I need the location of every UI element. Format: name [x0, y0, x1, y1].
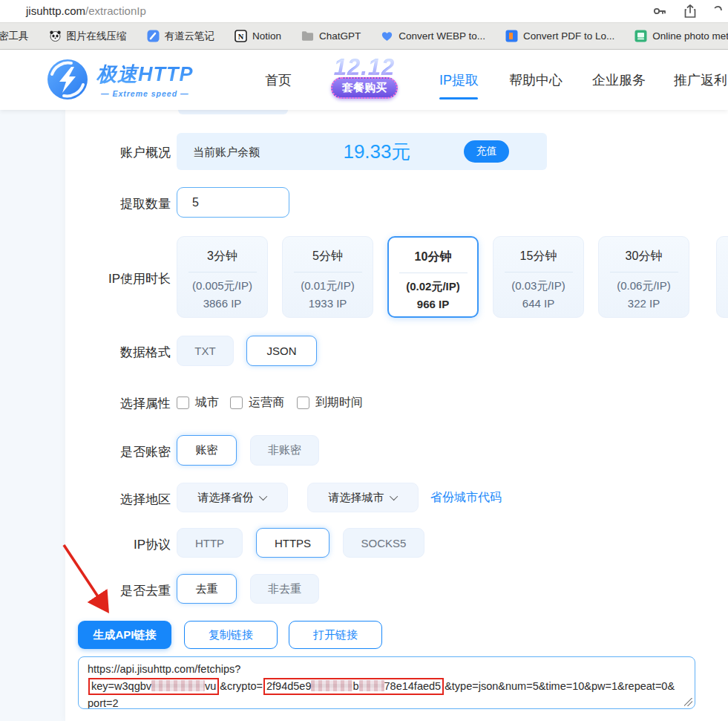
checkbox-label: 城市: [195, 395, 219, 411]
duration-name: 30分钟: [599, 249, 689, 264]
lightning-logo-icon: [46, 58, 89, 101]
bookmark-item[interactable]: Convert WEBP to...: [381, 30, 485, 42]
key-icon[interactable]: [652, 4, 667, 19]
format-option-txt[interactable]: TXT: [177, 336, 234, 366]
photo-meta-icon: [634, 30, 647, 42]
dedup-option-yes-selected[interactable]: 去重: [177, 574, 237, 604]
panda-icon: [49, 30, 62, 42]
bookmark-item[interactable]: 图片在线压缩: [49, 30, 127, 43]
dedup-option-no[interactable]: 非去重: [250, 574, 319, 604]
duration-card-3min[interactable]: 3分钟 (0.005元/IP) 3866 IP: [177, 236, 268, 318]
nav-enterprise[interactable]: 企业服务: [592, 71, 646, 89]
bookmark-item[interactable]: ChatGPT: [301, 30, 361, 42]
recharge-button[interactable]: 充值: [464, 140, 509, 163]
checkbox-box[interactable]: [230, 397, 243, 409]
open-link-button[interactable]: 打开链接: [289, 621, 382, 649]
duration-price: (0.06元/IP): [599, 279, 689, 293]
duration-name: 15分钟: [493, 249, 583, 264]
bookmark-item[interactable]: 密工具: [0, 30, 29, 43]
mosaic-redaction: [151, 680, 205, 691]
province-select-value: 请选择省份: [198, 491, 254, 505]
protocol-option-socks5[interactable]: SOCKS5: [343, 528, 424, 558]
duration-label: IP使用时长: [65, 270, 171, 287]
promo-pill: 套餐购买: [331, 77, 398, 99]
resize-handle[interactable]: [684, 698, 692, 706]
nav-help-center[interactable]: 帮助中心: [509, 71, 563, 89]
divider: [399, 273, 468, 273]
clipped-top-element: [178, 110, 288, 114]
bookmark-item[interactable]: 有道云笔记: [147, 30, 215, 43]
duration-name: 3分钟: [177, 249, 267, 264]
brand-subtitle: — Extreme speed —: [96, 89, 194, 98]
city-select-value: 请选择城市: [329, 491, 384, 505]
folder-icon: [301, 30, 314, 42]
divider: [505, 272, 573, 273]
nav-ip-extract[interactable]: IP提取: [439, 71, 479, 89]
checkbox-expiry[interactable]: 到期时间: [297, 395, 363, 411]
api-url-line1: https://api.jisuhttp.com/fetchips?: [88, 661, 686, 678]
site-logo[interactable]: 极速HTTP — Extreme speed —: [46, 58, 194, 101]
nav-promotion[interactable]: 推广返利: [674, 71, 727, 89]
redacted-key-box: key=w3qgbvvu: [88, 678, 219, 695]
mosaic-redaction: [311, 680, 352, 691]
duration-name: 10分钟: [389, 249, 477, 265]
region-label: 选择地区: [65, 491, 171, 508]
auth-option-password-selected[interactable]: 账密: [177, 435, 237, 466]
generate-api-link-button[interactable]: 生成API链接: [78, 621, 171, 649]
duration-count: 1933 IP: [283, 297, 373, 310]
protocol-label: IP协议: [65, 536, 171, 553]
divider: [294, 272, 362, 273]
bookmark-item[interactable]: Convert PDF to Lo...: [505, 30, 614, 42]
duration-name: 5分钟: [283, 249, 373, 264]
duration-price: (0.02元/IP): [389, 280, 477, 294]
protocol-option-https-selected[interactable]: HTTPS: [256, 528, 329, 558]
account-label: 账户概况: [65, 144, 171, 161]
api-url-line3: port=2: [88, 695, 686, 709]
bookmark-label: ChatGPT: [319, 30, 361, 42]
address-text[interactable]: jisuhttp.com/extractionIp: [26, 4, 146, 17]
duration-price: (0.01元/IP): [283, 279, 373, 293]
balance-value: 19.33元: [314, 139, 440, 165]
duration-price: (0.03元/IP): [493, 279, 583, 293]
redacted-crypto-box: 2f94d5e9b78e14faed5: [263, 678, 444, 695]
bookmark-label: 密工具: [0, 30, 29, 43]
bookmark-label: 图片在线压缩: [67, 30, 127, 43]
city-select[interactable]: 请选择城市: [307, 483, 419, 512]
duration-card-5min[interactable]: 5分钟 (0.01元/IP) 1933 IP: [282, 236, 373, 318]
duration-card-10min-selected[interactable]: 10分钟 (0.02元/IP) 966 IP: [387, 236, 479, 318]
checkbox-carrier[interactable]: 运营商: [230, 395, 284, 411]
api-url-textarea[interactable]: https://api.jisuhttp.com/fetchips? key=w…: [78, 656, 695, 709]
browser-url-bar[interactable]: jisuhttp.com/extractionIp: [0, 0, 728, 22]
bookmark-item[interactable]: Online photo meta...: [634, 30, 728, 42]
checkbox-box[interactable]: [297, 397, 309, 409]
share-icon[interactable]: [683, 4, 697, 19]
quantity-input[interactable]: [177, 187, 289, 218]
duration-card-15min[interactable]: 15分钟 (0.03元/IP) 644 IP: [493, 236, 584, 318]
promo-banner[interactable]: 12.12 套餐购买: [324, 54, 405, 99]
checkbox-box[interactable]: [177, 397, 189, 409]
bookmark-label: Online photo meta...: [652, 30, 728, 42]
nav-home[interactable]: 首页: [265, 71, 292, 89]
duration-card-30min[interactable]: 30分钟 (0.06元/IP) 322 IP: [598, 236, 689, 318]
province-select[interactable]: 请选择省份: [177, 483, 288, 512]
protocol-option-http[interactable]: HTTP: [177, 528, 243, 558]
bookmark-label: Notion: [252, 30, 281, 42]
pdf-converter-icon: [505, 30, 518, 42]
mosaic-redaction: [359, 680, 384, 691]
province-city-code-link[interactable]: 省份城市代码: [430, 490, 502, 506]
format-option-json-selected[interactable]: JSON: [246, 336, 317, 366]
auth-option-no-password[interactable]: 非账密: [250, 435, 319, 466]
duration-card-partial: [716, 236, 728, 318]
bookmark-label: Convert PDF to Lo...: [523, 30, 614, 42]
brand-title: 极速HTTP: [96, 61, 194, 88]
duration-count: 3866 IP: [177, 297, 267, 310]
copy-link-button[interactable]: 复制链接: [184, 621, 278, 649]
duration-count: 322 IP: [599, 297, 689, 310]
divider: [610, 272, 678, 273]
bookmark-item[interactable]: N Notion: [235, 30, 281, 42]
youdao-note-icon: [147, 30, 160, 42]
browser-extra-icon[interactable]: [713, 4, 722, 19]
checkbox-label: 运营商: [249, 395, 284, 411]
dedup-label: 是否去重: [65, 582, 171, 599]
checkbox-city[interactable]: 城市: [177, 395, 219, 411]
